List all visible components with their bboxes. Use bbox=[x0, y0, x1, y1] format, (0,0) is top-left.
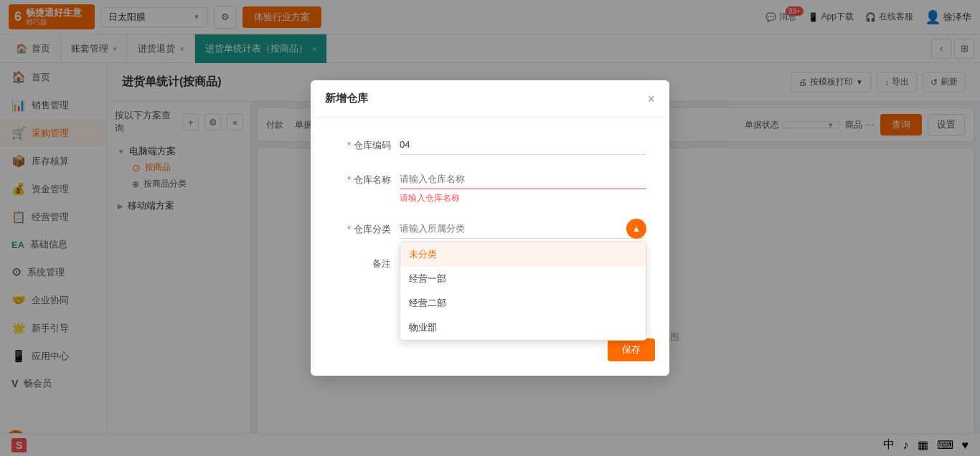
modal-title: 新增仓库 bbox=[325, 92, 368, 105]
dropdown-option-dept2[interactable]: 经营二部 bbox=[400, 291, 646, 315]
name-error: 请输入仓库名称 bbox=[400, 192, 646, 204]
modal-close-button[interactable]: × bbox=[647, 92, 655, 105]
form-row-code: 仓库编码 bbox=[334, 135, 646, 155]
modal-overlay: 新增仓库 × 仓库编码 仓库名称 请输入仓库名称 仓库分类 bbox=[0, 0, 980, 456]
name-wrap: 请输入仓库名称 bbox=[400, 169, 646, 204]
form-row-name: 仓库名称 请输入仓库名称 bbox=[334, 169, 646, 204]
code-label: 仓库编码 bbox=[334, 135, 391, 152]
save-button[interactable]: 保存 bbox=[608, 338, 655, 361]
category-toggle-button[interactable]: ▲ bbox=[626, 219, 646, 239]
modal-body: 仓库编码 仓库名称 请输入仓库名称 仓库分类 ▲ bbox=[311, 118, 669, 330]
modal-header: 新增仓库 × bbox=[311, 80, 669, 118]
name-input[interactable] bbox=[400, 169, 646, 189]
dropdown-option-dept1[interactable]: 经营一部 bbox=[400, 267, 646, 291]
form-row-category: 仓库分类 ▲ 未分类 经营一部 经营二部 物业部 bbox=[334, 219, 646, 239]
name-label: 仓库名称 bbox=[334, 169, 391, 186]
dropdown-option-uncategorized[interactable]: 未分类 bbox=[400, 242, 646, 267]
category-input[interactable] bbox=[400, 219, 646, 239]
code-input[interactable] bbox=[400, 135, 646, 155]
note-label: 备注 bbox=[334, 253, 391, 270]
category-label: 仓库分类 bbox=[334, 219, 391, 236]
new-warehouse-modal: 新增仓库 × 仓库编码 仓库名称 请输入仓库名称 仓库分类 bbox=[311, 80, 669, 376]
dropdown-option-property[interactable]: 物业部 bbox=[400, 315, 646, 340]
category-dropdown-list: 未分类 经营一部 经营二部 物业部 bbox=[400, 242, 646, 341]
code-wrap bbox=[400, 135, 646, 155]
category-wrap: ▲ 未分类 经营一部 经营二部 物业部 bbox=[400, 219, 646, 239]
